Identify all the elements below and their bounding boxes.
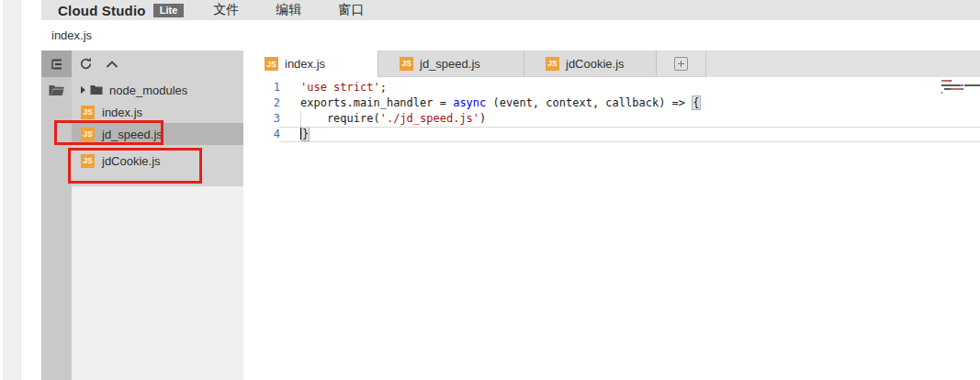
new-tab-button[interactable] [657, 50, 706, 77]
activity-bar [41, 50, 72, 380]
app-region: Cloud Studio Lite 文件编辑窗口 index.js [41, 0, 980, 380]
line-number: 2 [243, 95, 280, 111]
titlebar: Cloud Studio Lite 文件编辑窗口 [41, 0, 980, 20]
minimap-segment [963, 88, 963, 90]
tab-jdcookie-js[interactable]: JSjdCookie.js [524, 50, 657, 77]
code-token: (event, context, callback) => [486, 96, 692, 109]
tab-label: jd_speed.js [420, 57, 480, 71]
tab-label: jdCookie.js [566, 57, 625, 71]
explorer-tree-button[interactable] [41, 50, 72, 77]
code-line-3[interactable]: 3 require('./jd_speed.js') [243, 111, 980, 127]
code-token: } [301, 127, 310, 141]
code-token: ; [380, 81, 387, 94]
code-line-1[interactable]: 1'use strict'; [243, 80, 980, 95]
menu-bar: 文件编辑窗口 [213, 2, 364, 18]
js-file-icon: JS [265, 57, 278, 71]
folder-icon [49, 84, 64, 96]
js-file-icon: JS [81, 154, 95, 168]
tree-item-index-js[interactable]: JSindex.js [72, 101, 243, 123]
minimap-segment [941, 92, 942, 94]
code-token: async [453, 96, 486, 109]
code-token: exports.main_handler = [300, 96, 453, 109]
code-line-content: require('./jd_speed.js') [280, 111, 486, 127]
tab-index-js[interactable]: JSindex.js [243, 50, 378, 77]
minimap-segment [941, 80, 951, 82]
editor-group: JSindex.jsJSjd_speed.jsJSjdCookie.js 1'u… [243, 50, 980, 380]
code-line-content: } [280, 127, 310, 142]
file-tree: node_modulesJSindex.jsJSjd_speed.jsJSjdC… [72, 77, 243, 172]
tree-item-node-modules[interactable]: node_modules [72, 79, 243, 101]
tree-item-jd-speed-js[interactable]: JSjd_speed.js [72, 123, 243, 145]
minimap-line [941, 91, 980, 95]
line-number: 4 [243, 127, 280, 142]
minimap-segment [944, 88, 951, 90]
code-token: require( [300, 112, 380, 125]
minimap-segment [964, 84, 980, 86]
cloud-studio-window: Cloud Studio Lite 文件编辑窗口 index.js [0, 0, 980, 380]
lite-badge: Lite [153, 4, 185, 17]
js-file-icon: JS [400, 57, 413, 71]
minimap-segment [941, 84, 960, 86]
code-token: 'use strict' [300, 81, 380, 94]
menu-item-2[interactable]: 编辑 [276, 2, 301, 18]
code-editor[interactable]: 1'use strict';2exports.main_handler = as… [243, 77, 980, 380]
code-line-content: 'use strict'; [280, 80, 387, 95]
tree-item-label: node_modules [109, 84, 187, 97]
breadcrumb-file: index.js [51, 28, 92, 42]
menu-item-3[interactable]: 窗口 [338, 2, 364, 18]
tab-label: index.js [285, 57, 325, 71]
line-number: 1 [243, 80, 280, 95]
line-number: 3 [243, 111, 280, 127]
tree-item-label: index.js [102, 106, 142, 119]
js-file-icon: JS [81, 128, 95, 141]
app-title: Cloud Studio [58, 3, 146, 18]
minimap[interactable] [941, 79, 980, 99]
js-file-icon: JS [81, 106, 95, 119]
code-token: './jd_speed.js' [380, 112, 479, 125]
code-line-4[interactable]: 4} [243, 127, 980, 142]
collapse-all-icon[interactable] [105, 57, 119, 72]
menu-item-1[interactable]: 文件 [213, 2, 239, 18]
minimap-segment [951, 80, 952, 82]
tree-view-icon [50, 57, 64, 72]
main-area: node_modulesJSindex.jsJSjd_speed.jsJSjdC… [41, 50, 980, 380]
tree-toolbar [72, 50, 243, 77]
js-file-icon: JS [546, 57, 559, 71]
explorer-panel: node_modulesJSindex.jsJSjd_speed.jsJSjdC… [72, 50, 243, 380]
open-folder-button[interactable] [41, 77, 72, 104]
minimap-segment [951, 88, 963, 90]
code-line-2[interactable]: 2exports.main_handler = async (event, co… [243, 95, 980, 111]
tree-item-jdcookie-js[interactable]: JSjdCookie.js [72, 150, 243, 172]
tree-item-label: jdCookie.js [102, 154, 161, 168]
tab-bar: JSindex.jsJSjd_speed.jsJSjdCookie.js [243, 50, 980, 77]
breadcrumb: index.js [41, 20, 980, 50]
code-token: ) [479, 112, 486, 125]
tab-jd-speed-js[interactable]: JSjd_speed.js [378, 50, 524, 77]
plus-icon [674, 57, 688, 71]
code-token: { [692, 95, 700, 110]
refresh-icon[interactable] [78, 57, 93, 72]
code-line-content: exports.main_handler = async (event, con… [280, 95, 701, 111]
expand-arrow-icon [81, 86, 85, 94]
tree-item-label: jd_speed.js [102, 128, 163, 141]
left-gutter-strip [3, 0, 21, 380]
folder-icon [90, 84, 103, 95]
file-tree-surface: node_modulesJSindex.jsJSjd_speed.jsJSjdC… [72, 50, 243, 186]
